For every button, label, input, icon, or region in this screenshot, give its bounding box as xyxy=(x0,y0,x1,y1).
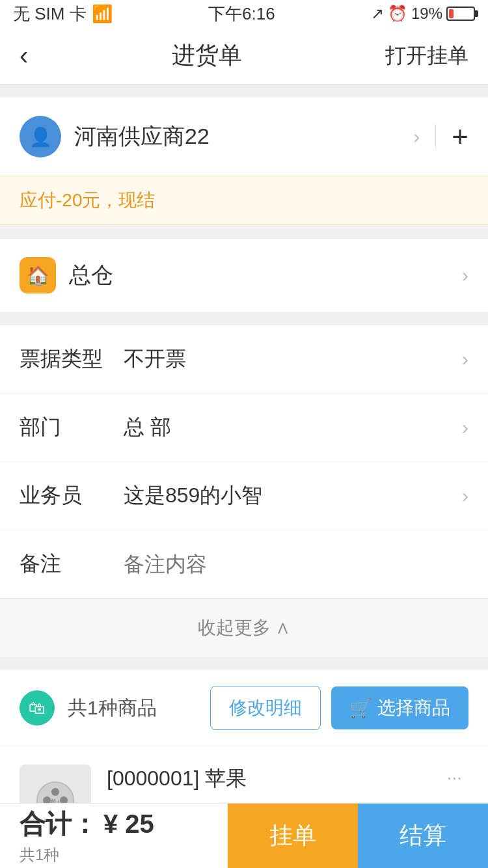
form-row-salesman[interactable]: 业务员 这是859的小智 › xyxy=(0,461,488,530)
select-label: 选择商品 xyxy=(377,696,450,720)
form-label-department: 部门 xyxy=(20,413,111,442)
form-section: 票据类型 不开票 › 部门 总 部 › 业务员 这是859的小智 › 备注 xyxy=(0,325,488,598)
page-title: 进货单 xyxy=(172,40,242,72)
bottom-total-main: 合计： ¥ 25 xyxy=(20,806,208,842)
open-hang-button[interactable]: 打开挂单 xyxy=(385,42,468,70)
divider-1 xyxy=(0,225,488,238)
warehouse-house-icon: 🏠 xyxy=(27,265,49,286)
warehouse-section: 🏠 总仓 › xyxy=(0,238,488,312)
total-label: 合计： xyxy=(20,809,98,838)
product-name: [0000001] 苹果 xyxy=(107,765,441,793)
select-product-button[interactable]: 🛒 选择商品 xyxy=(331,686,468,729)
department-chevron-icon: › xyxy=(462,416,468,439)
supplier-row[interactable]: 👤 河南供应商22 › + xyxy=(0,98,488,176)
warehouse-name: 总仓 xyxy=(69,260,462,290)
supplier-name: 河南供应商22 xyxy=(74,122,413,152)
product-code: [0000001] xyxy=(107,766,199,790)
form-label-notes: 备注 xyxy=(20,550,111,578)
bottom-bar: 合计： ¥ 25 共1种 挂单 结算 xyxy=(0,803,488,868)
bottom-total: 合计： ¥ 25 共1种 xyxy=(0,804,228,868)
battery-percent: 19% xyxy=(411,5,442,23)
form-value-ticket: 不开票 xyxy=(111,345,462,373)
form-value-notes[interactable] xyxy=(111,552,468,576)
wifi-icon: 📶 xyxy=(92,4,113,24)
checkout-button[interactable]: 结算 xyxy=(358,804,488,868)
form-value-department: 总 部 xyxy=(111,413,462,442)
back-button[interactable]: ‹ xyxy=(20,41,28,70)
form-label-salesman: 业务员 xyxy=(20,481,111,510)
form-label-ticket: 票据类型 xyxy=(20,345,111,373)
add-supplier-button[interactable]: + xyxy=(452,122,468,151)
notice-text: 应付-20元，现结 xyxy=(20,190,155,210)
form-row-ticket[interactable]: 票据类型 不开票 › xyxy=(0,325,488,393)
supplier-section: 👤 河南供应商22 › + 应付-20元，现结 xyxy=(0,98,488,225)
cart-icon: 🛍 xyxy=(29,698,46,718)
notice-banner: 应付-20元，现结 xyxy=(0,176,488,225)
salesman-chevron-icon: › xyxy=(462,485,468,507)
warehouse-row[interactable]: 🏠 总仓 › xyxy=(0,238,488,312)
select-icon: 🛒 xyxy=(349,698,372,719)
notes-input[interactable] xyxy=(124,552,468,576)
product-count-text: 共1种商品 xyxy=(68,695,210,722)
battery-fill xyxy=(449,9,454,18)
warehouse-icon: 🏠 xyxy=(20,257,56,293)
vertical-divider xyxy=(435,124,436,150)
status-time: 下午6:16 xyxy=(208,3,275,25)
form-row-department[interactable]: 部门 总 部 › xyxy=(0,393,488,461)
battery-icon xyxy=(446,7,475,21)
collapse-button[interactable]: 收起更多 ∧ xyxy=(0,598,488,657)
form-value-salesman: 这是859的小智 xyxy=(111,481,462,510)
bottom-total-sub: 共1种 xyxy=(20,845,208,865)
supplier-chevron-icon: › xyxy=(413,126,420,148)
hang-button[interactable]: 挂单 xyxy=(228,804,358,868)
supplier-icon: 👤 xyxy=(29,126,52,148)
carrier-text: 无 SIM 卡 xyxy=(13,3,87,25)
divider-2 xyxy=(0,312,488,325)
warehouse-chevron-icon: › xyxy=(462,264,468,286)
edit-detail-button[interactable]: 修改明细 xyxy=(210,686,321,730)
alarm-icon: ⏰ xyxy=(388,5,407,23)
ticket-chevron-icon: › xyxy=(462,348,468,370)
product-header: 🛍 共1种商品 修改明细 🛒 选择商品 xyxy=(0,670,488,746)
form-row-notes[interactable]: 备注 xyxy=(0,530,488,598)
collapse-label: 收起更多 ∧ xyxy=(198,617,291,638)
total-amount: ¥ 25 xyxy=(103,809,154,838)
product-more-button[interactable]: ··· xyxy=(441,765,468,791)
status-left: 无 SIM 卡 📶 xyxy=(13,3,113,25)
nav-bar: ‹ 进货单 打开挂单 xyxy=(0,27,488,85)
location-icon: ↗ xyxy=(371,5,384,23)
status-bar: 无 SIM 卡 📶 下午6:16 ↗ ⏰ 19% xyxy=(0,0,488,27)
status-right: ↗ ⏰ 19% xyxy=(371,5,475,23)
product-title: 苹果 xyxy=(205,766,247,790)
supplier-avatar: 👤 xyxy=(20,116,61,157)
svg-point-2 xyxy=(51,788,59,796)
top-divider xyxy=(0,85,488,98)
product-count-icon: 🛍 xyxy=(20,690,55,726)
